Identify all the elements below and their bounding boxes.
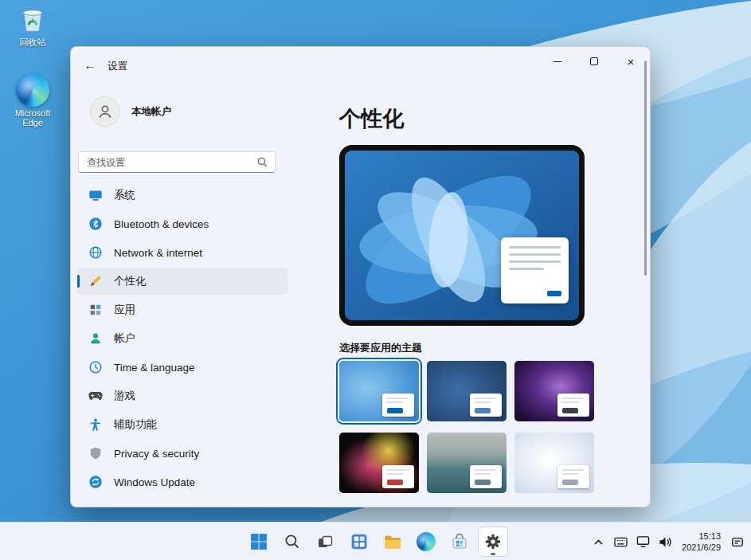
sidebar-item-gaming[interactable]: 游戏 <box>77 382 287 409</box>
notification-icon <box>731 536 744 548</box>
search-icon <box>257 157 268 167</box>
theme-mini-card <box>382 465 414 488</box>
theme-mini-card <box>382 394 414 417</box>
theme-accent-swatch <box>475 480 491 485</box>
search-button[interactable] <box>277 527 307 557</box>
start-button[interactable] <box>244 527 274 557</box>
theme-mini-card <box>470 394 502 417</box>
volume-icon <box>659 536 672 548</box>
accounts-person-icon <box>88 331 103 346</box>
globe-icon <box>88 245 103 260</box>
theme-accent-swatch <box>562 480 578 485</box>
widgets-button[interactable] <box>344 527 374 557</box>
theme-preview-accent-button <box>547 291 561 296</box>
search-box <box>78 151 276 173</box>
sidebar-item-network-internet[interactable]: Network & internet <box>77 239 287 266</box>
avatar <box>90 96 120 127</box>
taskbar: 15:13 2021/6/29 <box>0 522 751 560</box>
volume-button[interactable] <box>655 527 675 556</box>
minimize-button[interactable] <box>539 48 576 75</box>
windows-logo-icon <box>250 533 268 550</box>
apps-grid-icon <box>88 303 103 317</box>
theme-mini-card <box>557 465 589 488</box>
taskbar-clock[interactable]: 15:13 2021/6/29 <box>677 531 726 553</box>
gear-icon <box>484 533 502 550</box>
sidebar-item-label: 系统 <box>114 188 135 202</box>
desktop-icon-label: Microsoft Edge <box>8 108 57 127</box>
sidebar-item-bluetooth-devices[interactable]: Bluetooth & devices <box>77 210 287 237</box>
system-tray: 15:13 2021/6/29 <box>588 523 748 560</box>
theme-accent-swatch <box>562 408 578 413</box>
titlebar[interactable]: ← 设置 × <box>71 47 650 79</box>
sidebar-item-system[interactable]: 系统 <box>77 182 287 209</box>
notification-center-button[interactable] <box>727 527 748 556</box>
sidebar-item-label: 帐户 <box>114 331 135 346</box>
sidebar-item-label: Time & language <box>114 362 195 374</box>
sidebar-item-label: Privacy & security <box>114 448 199 460</box>
gamepad-icon <box>88 389 103 403</box>
theme-thumbnail-3[interactable] <box>514 361 594 421</box>
file-explorer-button[interactable] <box>377 527 408 557</box>
person-icon <box>96 103 114 120</box>
widgets-icon <box>350 533 368 550</box>
theme-preview-frame <box>339 145 585 326</box>
folder-icon <box>383 534 402 550</box>
desktop-icon-recycle-bin[interactable]: 回收站 <box>8 5 57 49</box>
window-scrollbar[interactable] <box>644 61 647 276</box>
network-button[interactable] <box>632 527 653 556</box>
search-input[interactable] <box>79 157 257 168</box>
clock-date: 2021/6/29 <box>682 542 721 553</box>
sidebar-item-label: Bluetooth & devices <box>114 218 209 230</box>
sidebar-item-personalization[interactable]: 个性化 <box>77 268 287 295</box>
sidebar-item-label: 应用 <box>114 303 135 317</box>
sidebar-item-windows-update[interactable]: Windows Update <box>77 468 287 495</box>
account-row[interactable]: 本地帐户 <box>90 96 171 127</box>
desktop-icon-edge[interactable]: Microsoft Edge <box>8 73 57 127</box>
sidebar-item-apps[interactable]: 应用 <box>77 296 287 323</box>
theme-accent-swatch <box>387 480 403 485</box>
window-title: 设置 <box>108 60 127 73</box>
desktop-icon-label: 回收站 <box>8 37 57 49</box>
sidebar-item-accessibility[interactable]: 辅助功能 <box>77 411 287 438</box>
maximize-button[interactable] <box>576 48 612 75</box>
sidebar-item-label: Network & internet <box>114 247 202 259</box>
tray-chevron-button[interactable] <box>588 527 608 556</box>
ime-button[interactable] <box>610 527 631 556</box>
edge-button[interactable] <box>411 527 441 557</box>
task-view-icon <box>317 534 334 550</box>
edge-icon <box>417 532 436 551</box>
keyboard-icon <box>614 536 628 548</box>
sidebar-item-privacy-security[interactable]: Privacy & security <box>77 440 287 467</box>
minimize-icon <box>553 61 561 62</box>
maximize-icon <box>590 57 598 65</box>
sidebar-item-accounts[interactable]: 帐户 <box>77 325 287 352</box>
sidebar-item-label: 游戏 <box>114 389 135 403</box>
back-button[interactable]: ← <box>79 56 101 73</box>
store-button[interactable] <box>444 527 475 557</box>
system-icon <box>88 188 103 202</box>
themes-section-label: 选择要应用的主题 <box>339 341 422 355</box>
screen: 回收站 Microsoft Edge ← 设置 × 本地帐户 <box>0 0 751 560</box>
theme-grid <box>339 361 594 493</box>
sidebar-item-label: 辅助功能 <box>114 417 157 432</box>
settings-window: ← 设置 × 本地帐户 <box>70 46 651 507</box>
theme-thumbnail-5[interactable] <box>427 433 507 493</box>
search-icon <box>284 534 300 550</box>
page-title: 个性化 <box>339 104 404 133</box>
theme-preview-window-card <box>501 237 569 303</box>
shield-icon <box>88 446 103 460</box>
chevron-up-icon <box>593 538 604 546</box>
sidebar-item-time-language[interactable]: Time & language <box>77 354 287 381</box>
theme-thumbnail-4[interactable] <box>339 433 419 493</box>
theme-thumbnail-1[interactable] <box>339 361 419 421</box>
settings-button[interactable] <box>478 527 508 557</box>
clock-icon <box>88 360 103 374</box>
account-name: 本地帐户 <box>131 105 171 119</box>
theme-mini-card <box>557 394 589 417</box>
task-view-button[interactable] <box>311 527 341 557</box>
theme-thumbnail-2[interactable] <box>427 361 507 421</box>
theme-thumbnail-6[interactable] <box>514 433 594 493</box>
close-icon: × <box>628 56 635 68</box>
edge-icon <box>16 73 49 107</box>
bluetooth-icon <box>88 217 103 231</box>
